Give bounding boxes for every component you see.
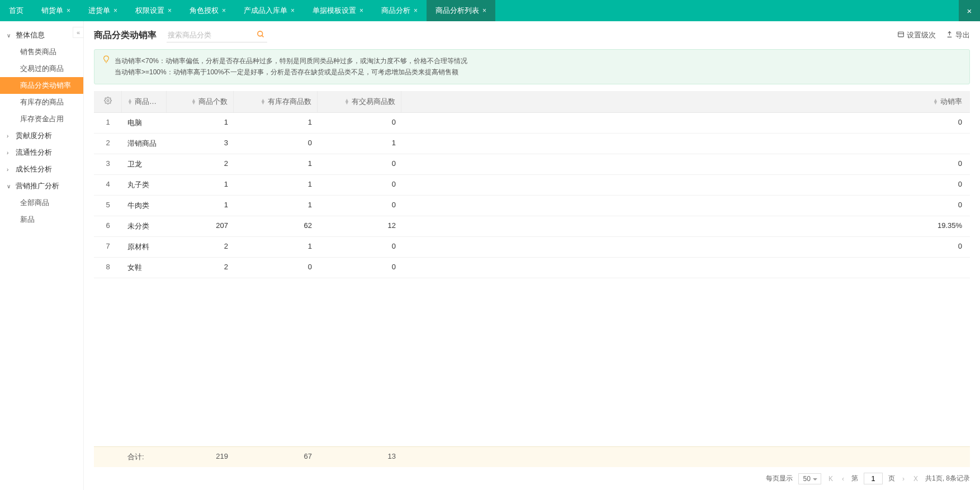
tab-label: 首页 [9, 6, 23, 16]
cell-trade: 12 [318, 216, 401, 236]
sidebar-item[interactable]: 商品分类动销率 [0, 77, 83, 94]
sidebar-group-label: 流通性分析 [16, 148, 52, 158]
sidebar: « ∨整体信息销售类商品交易过的商品商品分类动销率有库存的商品库存资金占用›贡献… [0, 21, 84, 490]
page-size-select[interactable]: 50 [798, 473, 821, 484]
top-tab[interactable]: 单据模板设置× [304, 0, 372, 21]
top-tab[interactable]: 进货单× [79, 0, 126, 21]
chevron-right-icon: › [7, 133, 12, 139]
tab-label: 销货单 [41, 6, 63, 16]
export-button[interactable]: 导出 [946, 30, 970, 40]
table-settings-cell[interactable] [94, 91, 122, 112]
top-tab[interactable]: 产成品入库单× [235, 0, 304, 21]
close-icon[interactable]: × [482, 7, 486, 15]
col-header-trade[interactable]: ▲▼有交易商品数 [318, 91, 401, 112]
close-icon[interactable]: × [168, 7, 172, 15]
sidebar-group-title[interactable]: ›成长性分析 [0, 161, 83, 178]
sidebar-item[interactable]: 新品 [0, 211, 83, 228]
top-tab[interactable]: 商品分析× [372, 0, 427, 21]
top-tab-bar: 首页销货单×进货单×权限设置×角色授权×产成品入库单×单据模板设置×商品分析×商… [0, 0, 980, 21]
top-tab[interactable]: 首页 [0, 0, 32, 21]
content-header: 商品分类动销率 设置级次 导出 [84, 21, 980, 49]
page-prefix: 第 [851, 474, 858, 483]
cell-name: 未分类 [122, 216, 167, 236]
footer-label: 合计: [122, 447, 167, 467]
search-icon[interactable] [257, 30, 265, 40]
chevron-right-icon: › [7, 166, 12, 173]
svg-rect-2 [898, 32, 904, 37]
sidebar-group-title[interactable]: ∨整体信息 [0, 27, 83, 44]
last-page-button[interactable]: X [912, 475, 920, 483]
cell-name: 电脑 [122, 113, 167, 133]
top-tab[interactable]: 权限设置× [126, 0, 181, 21]
top-tab[interactable]: 角色授权× [181, 0, 235, 21]
sidebar-item[interactable]: 有库存的商品 [0, 94, 83, 111]
col-header-stock[interactable]: ▲▼有库存商品数 [234, 91, 318, 112]
cell-count: 2 [167, 237, 234, 257]
cell-rate [401, 134, 970, 154]
set-level-button[interactable]: 设置级次 [897, 30, 936, 40]
cell-rate: 0 [401, 196, 970, 216]
close-icon[interactable]: × [414, 7, 418, 15]
table-row[interactable]: 2滞销商品301 [94, 134, 970, 154]
cell-rate: 0 [401, 113, 970, 133]
lightbulb-icon [102, 55, 110, 78]
cell-trade: 0 [318, 258, 401, 278]
col-header-count[interactable]: ▲▼商品个数 [167, 91, 234, 112]
table-header-row: ▲▼商品… ▲▼商品个数 ▲▼有库存商品数 ▲▼有交易商品数 ▲▼动销率 [94, 91, 970, 113]
list-icon [897, 31, 905, 40]
table-row[interactable]: 7原材料2100 [94, 237, 970, 258]
sidebar-item[interactable]: 全部商品 [0, 194, 83, 211]
sidebar-item[interactable]: 交易过的商品 [0, 60, 83, 77]
footer-stock: 67 [234, 447, 318, 467]
footer-trade: 13 [318, 447, 401, 467]
close-icon[interactable]: × [359, 7, 363, 15]
table-row[interactable]: 5牛肉类1100 [94, 196, 970, 216]
cell-stock: 1 [234, 237, 318, 257]
top-tab[interactable]: 商品分析列表× [427, 0, 495, 21]
sidebar-group-title[interactable]: ∨营销推广分析 [0, 178, 83, 194]
close-all-tabs-button[interactable]: × [959, 0, 980, 21]
cell-rate: 0 [401, 175, 970, 195]
tip-line-1: 当动销率<70%：动销率偏低，分析是否存在品种过多，特别是同质同类品种过多，或淘… [115, 55, 467, 66]
close-icon[interactable]: × [67, 7, 70, 15]
cell-stock: 0 [234, 134, 318, 154]
cell-idx: 8 [94, 258, 122, 278]
page-suffix: 页 [888, 474, 895, 483]
cell-rate: 19.35% [401, 216, 970, 236]
cell-count: 1 [167, 113, 234, 133]
cell-stock: 62 [234, 216, 318, 236]
col-header-rate[interactable]: ▲▼动销率 [401, 91, 970, 112]
top-tab[interactable]: 销货单× [32, 0, 79, 21]
table-row[interactable]: 4丸子类1100 [94, 175, 970, 196]
cell-idx: 4 [94, 175, 122, 195]
sidebar-group-label: 整体信息 [16, 30, 45, 40]
sidebar-group-label: 贡献度分析 [16, 131, 52, 141]
sidebar-item[interactable]: 销售类商品 [0, 44, 83, 60]
gear-icon [104, 97, 112, 106]
page-input[interactable] [864, 473, 883, 484]
sidebar-item[interactable]: 库存资金占用 [0, 111, 83, 127]
data-table: ▲▼商品… ▲▼商品个数 ▲▼有库存商品数 ▲▼有交易商品数 ▲▼动销率 1电脑… [94, 91, 970, 446]
sidebar-group-label: 成长性分析 [16, 164, 52, 174]
next-page-button[interactable]: › [901, 475, 906, 483]
search-input[interactable] [167, 28, 267, 42]
table-row[interactable]: 1电脑1100 [94, 113, 970, 134]
sidebar-collapse-button[interactable]: « [73, 27, 84, 38]
table-row[interactable]: 6未分类207621219.35% [94, 216, 970, 237]
prev-page-button[interactable]: ‹ [840, 475, 846, 483]
cell-stock: 1 [234, 113, 318, 133]
table-row[interactable]: 8女鞋200 [94, 258, 970, 278]
chevron-left-double-icon: « [77, 29, 80, 36]
sidebar-group-title[interactable]: ›流通性分析 [0, 144, 83, 161]
sort-icon: ▲▼ [191, 99, 196, 104]
first-page-button[interactable]: K [827, 475, 835, 483]
table-row[interactable]: 3卫龙2100 [94, 154, 970, 175]
footer-rate [401, 447, 970, 467]
sidebar-group-title[interactable]: ›贡献度分析 [0, 127, 83, 144]
chevron-right-icon: › [7, 150, 12, 156]
cell-trade: 1 [318, 134, 401, 154]
close-icon[interactable]: × [222, 7, 226, 15]
close-icon[interactable]: × [113, 7, 117, 15]
close-icon[interactable]: × [291, 7, 295, 15]
col-header-name[interactable]: ▲▼商品… [122, 91, 167, 112]
